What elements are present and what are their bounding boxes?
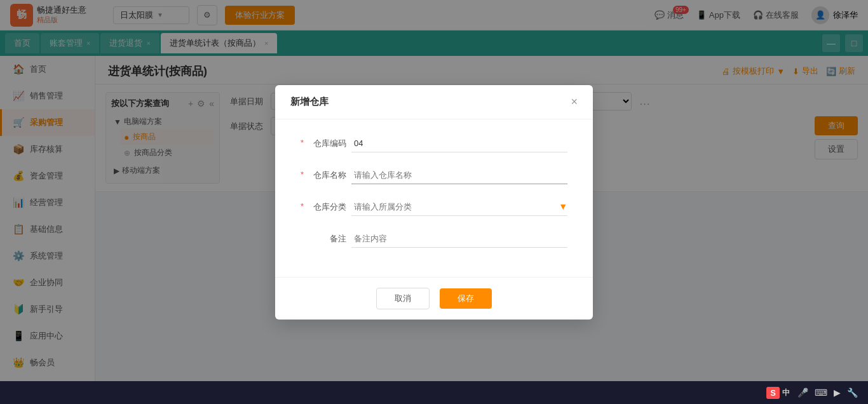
status-text: 中 xyxy=(782,387,790,398)
modal-body: 仓库编码 仓库名称 仓库分类 ▼ 备注 xyxy=(275,119,593,277)
code-label: 仓库编码 xyxy=(301,138,351,149)
status-bar: S 中 🎤 ⌨ ▶ 🔧 xyxy=(0,381,868,404)
status-logo-s: S xyxy=(766,387,780,399)
new-warehouse-modal: 新增仓库 × 仓库编码 仓库名称 仓库分类 ▼ xyxy=(275,85,593,320)
status-icons: 🎤 ⌨ ▶ 🔧 xyxy=(797,387,858,398)
modal-header: 新增仓库 × xyxy=(275,85,593,119)
code-input[interactable] xyxy=(351,135,567,152)
status-logo: S 中 xyxy=(766,387,790,399)
remark-input[interactable] xyxy=(351,230,567,248)
mic-icon[interactable]: 🎤 xyxy=(797,387,808,398)
form-row-remark: 备注 xyxy=(301,230,567,248)
tool-icon[interactable]: 🔧 xyxy=(847,387,858,398)
category-input[interactable] xyxy=(351,198,559,215)
category-dropdown-icon[interactable]: ▼ xyxy=(559,201,567,212)
form-row-code: 仓库编码 xyxy=(301,135,567,152)
remark-label: 备注 xyxy=(301,233,351,245)
name-input[interactable] xyxy=(351,166,567,184)
form-row-category: 仓库分类 ▼ xyxy=(301,198,567,216)
cancel-button[interactable]: 取消 xyxy=(376,288,430,309)
modal-close-button[interactable]: × xyxy=(571,95,578,109)
keyboard-icon[interactable]: ⌨ xyxy=(815,387,827,398)
modal-overlay[interactable]: 新增仓库 × 仓库编码 仓库名称 仓库分类 ▼ xyxy=(0,0,868,404)
play-icon[interactable]: ▶ xyxy=(834,387,841,398)
modal-title: 新增仓库 xyxy=(290,96,329,108)
category-label: 仓库分类 xyxy=(301,201,351,213)
category-select-row: ▼ xyxy=(351,198,567,216)
form-row-name: 仓库名称 xyxy=(301,166,567,184)
name-label: 仓库名称 xyxy=(301,170,351,181)
save-button[interactable]: 保存 xyxy=(440,288,492,309)
modal-footer: 取消 保存 xyxy=(275,277,593,320)
